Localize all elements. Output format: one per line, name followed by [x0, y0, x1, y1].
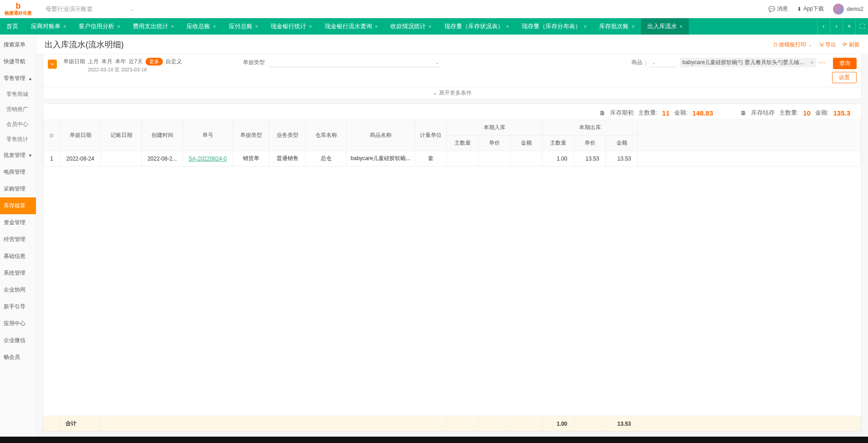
tab[interactable]: 现金银行流水查询× [318, 18, 384, 35]
close-icon[interactable]: × [213, 24, 216, 29]
tab[interactable]: 客户信用分析× [72, 18, 126, 35]
close-icon[interactable]: × [584, 24, 586, 29]
tab[interactable]: 应付总账× [222, 18, 264, 35]
doc-no-link[interactable]: SA-20220824-0 [183, 151, 233, 166]
close-icon[interactable]: × [631, 24, 634, 29]
col-out-qty[interactable]: 主数量 [542, 136, 574, 151]
close-icon[interactable]: × [255, 24, 258, 29]
tab[interactable]: 库存批次账× [593, 18, 641, 35]
tab-next[interactable]: › [830, 18, 843, 35]
table-row[interactable]: 12022-08-242022-08-2...SA-20220824-0销货单普… [44, 151, 861, 166]
col-biz-type[interactable]: 业务类型 [269, 120, 306, 151]
sidebar-item[interactable]: 经营管理 [0, 231, 36, 248]
account-selector[interactable]: 母婴行业演示账套 ⌄ [45, 5, 134, 13]
close-icon[interactable]: × [309, 24, 312, 29]
doc-type-select[interactable]: ⌄ [268, 58, 441, 67]
range-this-month[interactable]: 本月 [101, 58, 112, 65]
close-icon[interactable]: × [117, 24, 120, 29]
sidebar-subitem[interactable]: 营销推广 [0, 102, 36, 117]
product-chip[interactable]: babycare儿童硅胶软碗勺 婴儿餐具软头勺婴儿辅食勺2个装 3680 × [680, 58, 816, 67]
sidebar-item[interactable]: 快捷导航 [0, 53, 36, 70]
chip-remove-icon[interactable]: × [810, 60, 813, 66]
tab[interactable]: 现金银行统计× [264, 18, 318, 35]
range-7days[interactable]: 近7天 [129, 58, 143, 65]
expand-conditions-button[interactable]: ⌄ 展开更多条件 [43, 87, 861, 99]
col-in-price[interactable]: 单价 [479, 136, 510, 151]
sidebar-item[interactable]: 库存核算 [0, 197, 36, 214]
username[interactable]: demo2 [847, 6, 863, 12]
close-icon[interactable]: × [506, 24, 509, 29]
expand-label: 展开更多条件 [439, 90, 472, 96]
col-product[interactable]: 商品名称 [347, 120, 415, 151]
col-doc-no[interactable]: 单号 [183, 120, 233, 151]
range-last-month[interactable]: 上月 [88, 58, 99, 65]
sidebar-item[interactable]: 新手引导 [0, 298, 36, 315]
col-in-qty[interactable]: 主数量 [447, 136, 479, 151]
close-icon[interactable]: × [429, 24, 431, 29]
tab[interactable]: 费用支出统计× [126, 18, 180, 35]
settings-button[interactable]: 设置 [832, 72, 857, 83]
tab[interactable]: 现存量（库存状况表）× [438, 18, 515, 35]
sidebar: 搜索菜单快捷导航零售管理▲零售商城营销推广会员中心零售统计批发管理▼电商管理采购… [0, 35, 36, 437]
chevron-down-icon: ⌄ [435, 59, 439, 65]
sidebar-subitem[interactable]: 会员中心 [0, 117, 36, 132]
col-doc-type[interactable]: 单据类型 [233, 120, 269, 151]
app-download-button[interactable]: ⬇ App下载 [797, 5, 824, 13]
sidebar-item[interactable]: 基础信息 [0, 248, 36, 265]
sidebar-label: 畅会员 [4, 353, 20, 361]
messages-button[interactable]: 💬 消息 [768, 5, 788, 13]
col-in-amt[interactable]: 金额 [510, 136, 542, 151]
tab[interactable]: 出入库流水× [641, 18, 689, 35]
tab[interactable]: 收款情况统计× [384, 18, 438, 35]
product-select[interactable]: ⌄ [650, 58, 677, 67]
col-acc-date[interactable]: 记账日期 [101, 120, 142, 151]
export-button[interactable]: ⇲ 导出 [819, 41, 836, 49]
tab[interactable]: 现存量（库存分布表）× [515, 18, 593, 35]
close-icon[interactable]: × [680, 24, 682, 29]
sidebar-item[interactable]: 畅会员 [0, 349, 36, 366]
range-more[interactable]: 更多 [146, 58, 163, 65]
col-blank [638, 120, 861, 151]
sidebar-item[interactable]: 搜索菜单 [0, 36, 36, 53]
sidebar-item[interactable]: 批发管理▼ [0, 147, 36, 164]
logo-text: 畅捷通好生意 [5, 10, 32, 16]
tab-close-all[interactable]: × [843, 18, 855, 35]
range-this-year[interactable]: 本年 [115, 58, 126, 65]
print-button[interactable]: ⎙ 按模板打印 ⌄ [774, 41, 812, 49]
query-button[interactable]: 查询 [833, 58, 857, 69]
tab-prev[interactable]: ‹ [817, 18, 830, 35]
sidebar-subitem[interactable]: 零售统计 [0, 132, 36, 147]
col-unit[interactable]: 计量单位 [415, 120, 447, 151]
sidebar-item[interactable]: 系统管理 [0, 265, 36, 282]
sidebar-item[interactable]: 企业协同 [0, 282, 36, 298]
sidebar-item[interactable]: 应用中心 [0, 315, 36, 332]
more-filters-button[interactable]: ⋯ [819, 59, 826, 66]
col-settings[interactable]: ⚙ [44, 120, 60, 151]
sidebar-item[interactable]: 采购管理 [0, 181, 36, 197]
tab-label: 费用支出统计 [133, 22, 168, 30]
tab[interactable]: 应商对账单× [25, 18, 72, 35]
close-icon[interactable]: × [63, 24, 66, 29]
tab[interactable]: 应收总账× [180, 18, 222, 35]
close-icon[interactable]: × [375, 24, 378, 29]
print-icon: ⎙ [774, 41, 777, 48]
range-custom[interactable]: 自定义 [166, 58, 182, 65]
tab[interactable]: 首页 [0, 18, 25, 35]
col-warehouse[interactable]: 仓库名称 [306, 120, 347, 151]
fullscreen-button[interactable]: ⛶ [855, 18, 868, 35]
refresh-button[interactable]: ⟳ 刷新 [843, 41, 860, 49]
sidebar-item[interactable]: 资金管理 [0, 214, 36, 231]
sidebar-subitem[interactable]: 零售商城 [0, 87, 36, 102]
sidebar-item[interactable]: 零售管理▲ [0, 70, 36, 87]
tab-label: 收款情况统计 [390, 22, 426, 30]
export-icon: ⇲ [819, 41, 823, 48]
collapse-filter-button[interactable]: » [48, 60, 57, 69]
close-icon[interactable]: × [171, 24, 174, 29]
avatar[interactable] [833, 4, 844, 15]
col-doc-date[interactable]: 单据日期 [60, 120, 101, 151]
sidebar-item[interactable]: 电商管理 [0, 164, 36, 181]
col-out-amt[interactable]: 金额 [606, 136, 638, 151]
col-create-time[interactable]: 创建时间 [142, 120, 183, 151]
col-out-price[interactable]: 单价 [574, 136, 606, 151]
sidebar-item[interactable]: 企业微信 [0, 332, 36, 349]
